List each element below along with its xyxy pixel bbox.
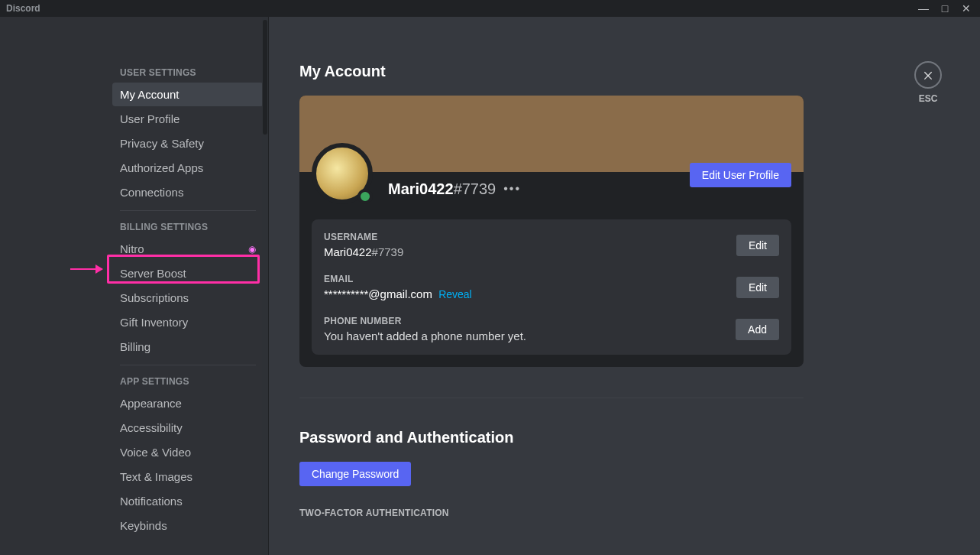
sidebar-item-privacy-safety[interactable]: Privacy & Safety — [112, 131, 264, 155]
sidebar-item-subscriptions[interactable]: Subscriptions — [112, 286, 264, 310]
profile-username: Mari0422 — [388, 180, 454, 197]
window-close-icon[interactable]: ✕ — [956, 0, 977, 17]
sidebar-item-gift-inventory[interactable]: Gift Inventory — [112, 310, 264, 334]
sidebar-item-label: Privacy & Safety — [120, 137, 204, 150]
profile-more-icon[interactable]: ••• — [503, 182, 521, 196]
annotation-arrow-icon — [70, 268, 102, 270]
sidebar-item-label: Connections — [120, 186, 183, 199]
field-email: EMAIL **********@gmail.com Reveal Edit — [324, 274, 779, 300]
sidebar-item-label: Billing — [120, 340, 150, 353]
sidebar-item-label: User Profile — [120, 112, 180, 125]
sidebar-section-header: APP SETTINGS — [112, 372, 264, 391]
sidebar-item-user-profile[interactable]: User Profile — [112, 107, 264, 131]
field-label: PHONE NUMBER — [324, 316, 736, 326]
username-value: Mari0422 — [324, 245, 372, 258]
status-online-icon — [357, 189, 373, 204]
app-name: Discord — [6, 3, 40, 14]
sidebar-item-label: Notifications — [120, 495, 183, 508]
close-icon — [922, 69, 934, 81]
field-phone: PHONE NUMBER You haven't added a phone n… — [324, 316, 779, 342]
sidebar-item-my-account[interactable]: My Account — [112, 83, 264, 106]
sidebar-item-label: Keybinds — [120, 519, 167, 532]
close-settings-button[interactable] — [914, 61, 942, 89]
edit-user-profile-button[interactable]: Edit User Profile — [690, 163, 791, 187]
sidebar-item-accessibility[interactable]: Accessibility — [112, 416, 264, 440]
sidebar-separator — [120, 365, 256, 365]
edit-username-button[interactable]: Edit — [736, 235, 779, 256]
sidebar-item-server-boost[interactable]: Server Boost — [112, 261, 264, 285]
account-fields: USERNAME Mari0422#7739 Edit EMAIL ******… — [312, 219, 791, 355]
close-esc-label: ESC — [919, 93, 938, 104]
nitro-badge-icon: ◉ — [248, 244, 256, 255]
sidebar-section-header: USER SETTINGS — [112, 63, 264, 83]
discriminator-value: #7739 — [372, 245, 404, 258]
two-factor-label: TWO-FACTOR AUTHENTICATION — [299, 508, 804, 518]
sidebar-item-billing[interactable]: Billing — [112, 335, 264, 359]
sidebar-section-header: BILLING SETTINGS — [112, 217, 264, 237]
sidebar-item-label: My Account — [120, 88, 180, 101]
sidebar-item-label: Accessibility — [120, 421, 183, 434]
sidebar-item-label: Authorized Apps — [120, 161, 203, 174]
field-label: USERNAME — [324, 232, 736, 242]
sidebar-item-notifications[interactable]: Notifications — [112, 489, 264, 513]
sidebar-item-keybinds[interactable]: Keybinds — [112, 514, 264, 537]
sidebar-item-voice-video[interactable]: Voice & Video — [112, 440, 264, 464]
add-phone-button[interactable]: Add — [736, 319, 779, 340]
sidebar-item-label: Subscriptions — [120, 291, 189, 304]
window-minimize-icon[interactable]: — — [913, 0, 934, 17]
profile-discriminator: #7739 — [454, 180, 496, 197]
close-settings-wrap: ESC — [914, 61, 942, 104]
sidebar-item-label: Server Boost — [120, 267, 186, 280]
sidebar-scrollbar[interactable] — [262, 17, 268, 555]
sidebar-item-label: Text & Images — [120, 470, 192, 483]
titlebar: Discord — □ ✕ — [0, 0, 980, 17]
settings-sidebar-wrap: USER SETTINGSMy AccountUser ProfilePriva… — [0, 17, 269, 555]
sidebar-scroll-thumb[interactable] — [263, 20, 267, 135]
settings-sidebar: USER SETTINGSMy AccountUser ProfilePriva… — [108, 17, 268, 555]
page-title: My Account — [299, 63, 804, 80]
sidebar-item-nitro[interactable]: Nitro◉ — [112, 237, 264, 261]
sidebar-item-label: Appearance — [120, 397, 182, 410]
avatar-wrap[interactable] — [312, 143, 376, 207]
edit-email-button[interactable]: Edit — [736, 277, 779, 298]
sidebar-item-appearance[interactable]: Appearance — [112, 391, 264, 415]
field-username: USERNAME Mari0422#7739 Edit — [324, 232, 779, 258]
window-controls: — □ ✕ — [913, 0, 977, 17]
sidebar-item-connections[interactable]: Connections — [112, 180, 264, 204]
field-label: EMAIL — [324, 274, 736, 284]
auth-section-title: Password and Authentication — [299, 429, 804, 446]
reveal-email-link[interactable]: Reveal — [438, 288, 472, 300]
phone-note: You haven't added a phone number yet. — [324, 329, 736, 342]
account-card: Mari0422#7739 ••• Edit User Profile USER… — [299, 96, 804, 367]
sidebar-separator — [120, 210, 256, 211]
sidebar-item-label: Gift Inventory — [120, 316, 188, 329]
sidebar-item-label: Nitro — [120, 242, 144, 255]
sidebar-item-text-images[interactable]: Text & Images — [112, 465, 264, 488]
sidebar-item-authorized-apps[interactable]: Authorized Apps — [112, 156, 264, 180]
change-password-button[interactable]: Change Password — [299, 462, 411, 486]
sidebar-item-label: Voice & Video — [120, 446, 191, 459]
content-area: My Account Mari0422#7739 ••• Edit User P… — [269, 17, 980, 555]
window-maximize-icon[interactable]: □ — [934, 0, 956, 17]
divider — [299, 398, 804, 398]
email-value: **********@gmail.com — [324, 287, 432, 300]
